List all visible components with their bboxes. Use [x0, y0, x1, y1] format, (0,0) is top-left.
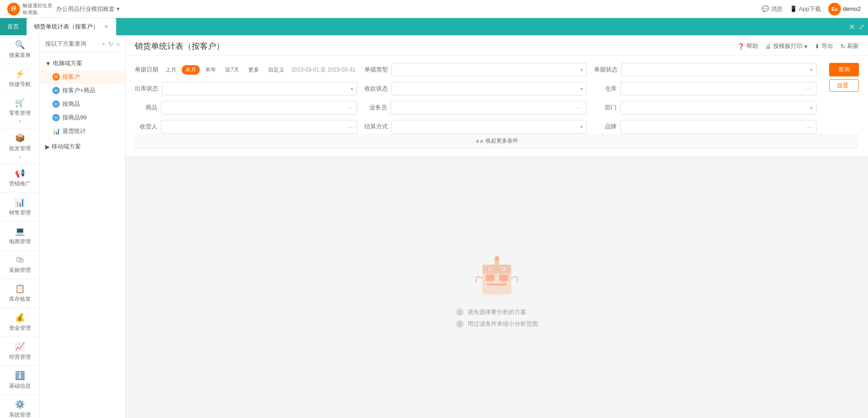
- filter-field-goods: 商品 ···: [135, 101, 357, 114]
- department-select[interactable]: ▾: [620, 101, 816, 114]
- content: 按以下方案查询 + ↻ « ▼ 电脑端方案 按: [40, 35, 868, 418]
- scheme-header-icons: + ↻ «: [102, 40, 120, 48]
- date-tab-last7days[interactable]: 近7天: [222, 65, 243, 75]
- receiver-input[interactable]: ···: [161, 120, 357, 133]
- main-area: 销货单统计表（按客户） ❓ 帮助 🖨 按模板打印 ▾ ⬇: [126, 35, 868, 418]
- sidebar-item-ecommerce[interactable]: 💻 电商管理: [0, 222, 39, 251]
- breadcrumb-select[interactable]: 办公用品行业模拟账套 ▾: [56, 5, 120, 13]
- orderstatus-select[interactable]: ▾: [621, 63, 816, 76]
- help-icon: ❓: [737, 43, 745, 50]
- settings-button[interactable]: 设置: [829, 79, 859, 92]
- svg-point-11: [495, 256, 499, 261]
- quicknav-icon: ⚡: [15, 69, 25, 79]
- sidebar-item-finance[interactable]: 💰 资金管理: [0, 308, 39, 337]
- settlement-select[interactable]: ▾: [392, 120, 587, 133]
- empty-illustration: [470, 247, 524, 301]
- collapse-bar[interactable]: ∧∧ 收起更多条件: [135, 133, 859, 149]
- brand-label: 品牌: [594, 123, 617, 131]
- page-title: 销货单统计表（按客户）: [135, 41, 224, 52]
- search-icon: 🔍: [15, 40, 25, 50]
- tab-sales-stats[interactable]: 销货单统计表（按客户） ✕: [27, 18, 116, 35]
- date-tab-custom[interactable]: 自定义: [264, 65, 288, 75]
- empty-tips: 1 请先选择要分析的方案 2 用过滤条件来缩小分析范围: [456, 308, 538, 328]
- sidebar-item-search[interactable]: 🔍 搜索菜单: [0, 35, 39, 64]
- maximize-window-icon[interactable]: ⤢: [859, 23, 864, 31]
- settlement-label: 结算方式: [364, 123, 388, 131]
- sidebar-item-sales[interactable]: 📊 销售管理: [0, 193, 39, 222]
- message-button[interactable]: 💬 消息: [762, 5, 783, 13]
- sidebar-item-purchase[interactable]: 🛍 采购管理: [0, 251, 39, 279]
- add-scheme-icon[interactable]: +: [102, 40, 105, 48]
- filter-field-settlement: 结算方式 ▾: [364, 120, 587, 133]
- sales-stats-tab-label: 销货单统计表（按客户）: [34, 23, 99, 31]
- tree-item-by-customer[interactable]: 按 按客户: [40, 70, 125, 84]
- date-tab-thisyear[interactable]: 本年: [202, 65, 220, 75]
- sidebar-item-wholesale[interactable]: 📦 批发管理 ▲: [0, 128, 39, 164]
- logo-text: 畅捷通好生意 标准版: [23, 2, 52, 15]
- top-left: 好 畅捷通好生意 标准版 办公用品行业模拟账套 ▾: [7, 2, 120, 15]
- tree-group-desktop-header[interactable]: ▼ 电脑端方案: [40, 57, 125, 70]
- svg-rect-5: [482, 265, 511, 274]
- ordertype-select[interactable]: ▾: [392, 63, 587, 76]
- operations-icon: 📈: [15, 342, 25, 352]
- filter-field-orderstatus: 单据状态 ▾: [594, 63, 816, 76]
- query-button[interactable]: 查询: [829, 63, 859, 76]
- content-body: 按以下方案查询 + ↻ « ▼ 电脑端方案 按: [40, 35, 868, 418]
- by-customer-icon: 按: [52, 73, 60, 81]
- sidebar-item-inventory[interactable]: 📋 库存核算: [0, 279, 39, 308]
- refresh-button[interactable]: ↻ 刷新: [840, 42, 859, 50]
- tip-num-1: 1: [456, 308, 464, 316]
- avatar: Ea: [828, 3, 841, 15]
- tree-item-by-customer-goods[interactable]: ⊞ 按客户+商品: [40, 84, 125, 97]
- refresh-scheme-icon[interactable]: ↻: [108, 40, 113, 48]
- sidebar-item-basics[interactable]: ℹ️ 基础信息: [0, 366, 39, 395]
- tab-home[interactable]: 首页: [0, 18, 27, 35]
- date-tab-more[interactable]: 更多: [245, 65, 263, 75]
- user-name: demo2: [843, 5, 861, 12]
- main-layout: 🔍 搜索菜单 ⚡ 快捷导航 🛒 零售管理 ▼ 📦 批发管理 ▲ 📢 营销推广 📊…: [0, 35, 868, 418]
- warehouse-dots-icon: ···: [806, 85, 812, 92]
- app-download-button[interactable]: 📱 App下载: [790, 5, 821, 13]
- date-tab-thismonth[interactable]: 本月: [182, 65, 200, 75]
- help-button[interactable]: ❓ 帮助: [737, 42, 758, 50]
- tip-num-2: 2: [456, 320, 464, 328]
- warehouse-input[interactable]: ···: [620, 82, 816, 95]
- sidebar-item-marketing[interactable]: 📢 营销推广: [0, 164, 39, 193]
- sidebar-item-retail[interactable]: 🛒 零售管理 ▼: [0, 93, 39, 128]
- export-button[interactable]: ⬇ 导出: [815, 42, 833, 50]
- filter-field-ordertype: 单据类型 ▾: [364, 63, 587, 76]
- sidebar-item-quicknav[interactable]: ⚡ 快捷导航: [0, 64, 39, 93]
- user-area[interactable]: Ea demo2: [828, 3, 861, 15]
- goods-input[interactable]: ···: [161, 101, 357, 114]
- print-button[interactable]: 🖨 按模板打印 ▾: [765, 42, 807, 50]
- ordertype-label: 单据类型: [364, 66, 388, 74]
- date-tab-lastmonth[interactable]: 上月: [162, 65, 180, 75]
- delivery-arrow-icon: ▾: [351, 86, 353, 91]
- delivery-select[interactable]: ▾: [162, 82, 357, 95]
- salesperson-input[interactable]: ···: [391, 101, 587, 114]
- by-customer-goods-icon: ⊞: [52, 87, 60, 94]
- tree-item-by-goods99[interactable]: ⊟ 按商品99: [40, 111, 125, 124]
- svg-rect-3: [499, 275, 508, 281]
- payment-select[interactable]: ▾: [392, 82, 587, 95]
- sidebar-item-system[interactable]: ⚙️ 系统管理: [0, 395, 39, 418]
- collapse-scheme-icon[interactable]: «: [116, 40, 120, 48]
- window-buttons: ✕ ⤢: [849, 18, 868, 35]
- tree-item-return-stats[interactable]: 📊 退货统计: [40, 124, 125, 138]
- sidebar-item-operations[interactable]: 📈 经营管理: [0, 337, 39, 366]
- arrow-up-icon: ▲: [18, 154, 22, 159]
- tree-group-mobile-header[interactable]: ▶ 移动端方案: [40, 140, 125, 153]
- by-goods-icon: ⊟: [52, 100, 60, 108]
- tab-close-icon[interactable]: ✕: [104, 24, 108, 30]
- purchase-icon: 🛍: [16, 255, 24, 265]
- department-arrow-icon: ▾: [810, 105, 812, 110]
- system-icon: ⚙️: [15, 399, 25, 409]
- page-title-bar: 销货单统计表（按客户） ❓ 帮助 🖨 按模板打印 ▾ ⬇: [126, 35, 868, 56]
- close-window-icon[interactable]: ✕: [849, 23, 855, 31]
- tree-item-by-goods[interactable]: ⊟ 按商品: [40, 97, 125, 111]
- brand-input[interactable]: ···: [620, 120, 816, 133]
- retail-icon: 🛒: [15, 98, 25, 108]
- orderstatus-arrow-icon: ▾: [810, 67, 812, 72]
- home-tab-label: 首页: [7, 23, 19, 31]
- svg-point-9: [503, 268, 505, 270]
